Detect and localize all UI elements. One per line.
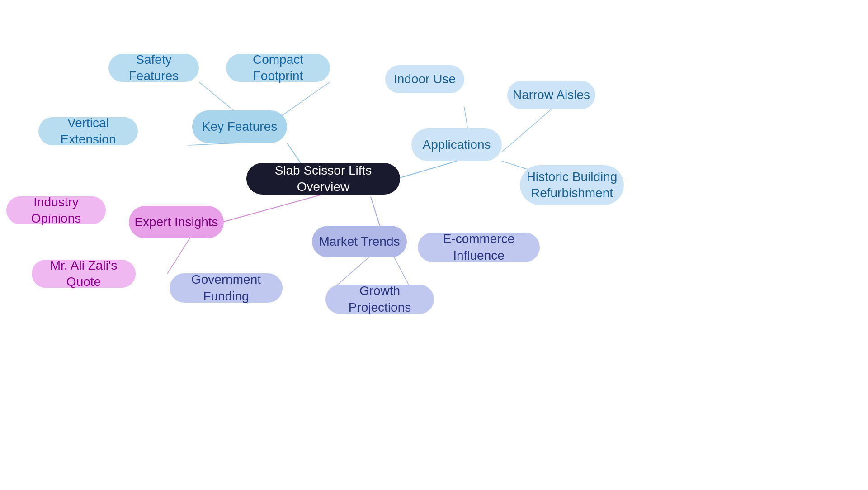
narrow-aisles-node[interactable]: Narrow Aisles — [507, 81, 595, 109]
svg-line-3 — [188, 143, 240, 145]
vertical-extension-label: Vertical Extension — [38, 115, 138, 148]
historic-building-node[interactable]: Historic Building Refurbishment — [520, 165, 624, 205]
applications-node[interactable]: Applications — [411, 128, 502, 161]
ecommerce-influence-node[interactable]: E-commerce Influence — [418, 233, 540, 262]
center-node[interactable]: Slab Scissor Lifts Overview — [246, 163, 400, 195]
government-funding-label: Government Funding — [170, 271, 283, 304]
vertical-extension-node[interactable]: Vertical Extension — [38, 117, 138, 145]
svg-line-10 — [167, 238, 190, 274]
safety-features-label: Safety Features — [108, 52, 199, 85]
ali-zali-quote-node[interactable]: Mr. Ali Zali's Quote — [32, 260, 136, 288]
narrow-aisles-label: Narrow Aisles — [509, 87, 594, 103]
market-trends-label: Market Trends — [316, 233, 404, 250]
svg-line-6 — [502, 109, 552, 152]
ali-zali-quote-label: Mr. Ali Zali's Quote — [32, 257, 136, 290]
industry-opinions-node[interactable]: Industry Opinions — [6, 196, 106, 224]
center-label: Slab Scissor Lifts Overview — [246, 162, 400, 195]
compact-footprint-label: Compact Footprint — [226, 52, 330, 85]
compact-footprint-node[interactable]: Compact Footprint — [226, 54, 330, 82]
applications-label: Applications — [419, 137, 495, 153]
expert-insights-label: Expert Insights — [131, 214, 222, 230]
ecommerce-influence-label: E-commerce Influence — [418, 231, 540, 264]
svg-line-8 — [224, 195, 322, 222]
expert-insights-node[interactable]: Expert Insights — [129, 206, 224, 238]
indoor-use-label: Indoor Use — [390, 71, 459, 87]
indoor-use-node[interactable]: Indoor Use — [385, 65, 464, 93]
key-features-label: Key Features — [198, 119, 281, 135]
svg-line-4 — [397, 161, 457, 179]
growth-projections-label: Growth Projections — [326, 283, 434, 316]
government-funding-node[interactable]: Government Funding — [170, 273, 283, 303]
historic-building-label: Historic Building Refurbishment — [523, 169, 621, 202]
safety-features-node[interactable]: Safety Features — [108, 54, 199, 82]
market-trends-node[interactable]: Market Trends — [312, 226, 407, 257]
growth-projections-node[interactable]: Growth Projections — [326, 285, 434, 314]
key-features-node[interactable]: Key Features — [192, 110, 287, 143]
industry-opinions-label: Industry Opinions — [6, 194, 106, 227]
